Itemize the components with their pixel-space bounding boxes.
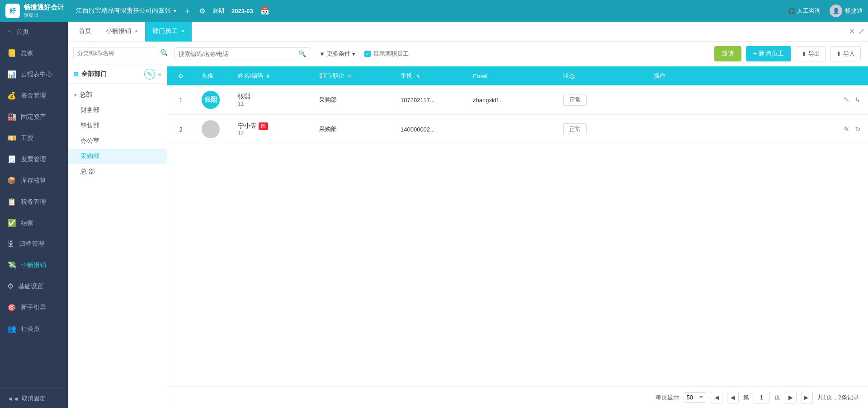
tab-home[interactable]: 首页 bbox=[71, 22, 99, 42]
sidebar-item-assets[interactable]: 🏭 固定资产 bbox=[0, 106, 68, 127]
dept-search-area: 🔍 bbox=[68, 42, 167, 65]
row1-avatar: 张熙 bbox=[202, 91, 220, 109]
tab-expense-close-icon[interactable]: × bbox=[135, 28, 138, 34]
col-name[interactable]: 姓名/编码 ⇅ bbox=[231, 66, 312, 85]
dept-tree-item-office[interactable]: 办公室 bbox=[68, 133, 167, 149]
dept-tree-item-sales[interactable]: 销售部 bbox=[68, 118, 167, 133]
tab-employee-close-icon[interactable]: × bbox=[181, 28, 184, 34]
row2-avatar-cell bbox=[194, 115, 231, 144]
tab-home-label: 首页 bbox=[79, 27, 91, 35]
prev-page-button[interactable]: ◀ bbox=[727, 392, 739, 403]
more-conditions-button[interactable]: ▼ 更多条件 ▾ bbox=[316, 47, 359, 60]
tab-employee[interactable]: 部门员工 × bbox=[145, 22, 192, 42]
page-number-input[interactable] bbox=[754, 392, 770, 403]
row2-tag-badge: 应 bbox=[259, 122, 268, 130]
app-title: 畅捷通好会计 bbox=[24, 3, 64, 11]
next-page-button[interactable]: ▶ bbox=[785, 392, 797, 403]
dept-sort-icon: ⇅ bbox=[348, 74, 351, 79]
sidebar-item-salary-label: 工资 bbox=[21, 134, 33, 142]
company-selector[interactable]: 江西服宝精品有限责任公司内账张 ▾ bbox=[76, 7, 176, 15]
import-label: 导入 bbox=[843, 50, 855, 58]
sidebar-item-guide-label: 新手引导 bbox=[21, 304, 46, 312]
sidebar-item-expense[interactable]: 💸 小畅报销 bbox=[0, 254, 68, 276]
header-center: ＋ ⚙ 账期 2023-03 📅 bbox=[184, 5, 269, 16]
last-page-button[interactable]: ▶| bbox=[801, 392, 813, 403]
support-button[interactable]: 🎧 人工咨询 bbox=[788, 7, 821, 15]
collapse-panel-icon[interactable]: « bbox=[158, 70, 161, 78]
row2-refresh-icon[interactable]: ↻ bbox=[855, 125, 861, 133]
row1-dept: 采购部 bbox=[319, 96, 337, 103]
export-label: 导出 bbox=[808, 50, 820, 58]
row2-edit-icon[interactable]: ✎ bbox=[844, 125, 849, 133]
department-panel: 🔍 ⊞ 全部部门 ✎ « ▼ 总部 财务部 bbox=[68, 42, 167, 408]
export-button[interactable]: ⬆ 导出 bbox=[796, 46, 826, 61]
sidebar-item-settings[interactable]: ⚙ 基础设置 bbox=[0, 276, 68, 297]
logo-area: 好 畅捷通好会计 旗舰版 bbox=[5, 3, 72, 19]
invite-button[interactable]: 邀请 bbox=[714, 46, 741, 61]
dept-tree-item-purchase[interactable]: 采购部 bbox=[68, 149, 167, 164]
col-avatar: 头像 bbox=[194, 66, 231, 85]
row2-action-cell: ✎ ↻ bbox=[646, 115, 868, 144]
row1-status-badge: 正常 bbox=[563, 94, 587, 106]
settings-icon[interactable]: ⚙ bbox=[199, 7, 205, 15]
dept-tree-item-finance[interactable]: 财务部 bbox=[68, 103, 167, 118]
close-tab-icon[interactable]: ✕ bbox=[849, 27, 855, 36]
tab-expense-label: 小畅报销 bbox=[106, 27, 131, 35]
sidebar-item-tax[interactable]: 📋 税务管理 bbox=[0, 191, 68, 212]
sidebar-item-archive[interactable]: 🗄 归档管理 bbox=[0, 234, 68, 254]
col-dept[interactable]: 部门/职位 ⇅ bbox=[312, 66, 393, 85]
sidebar-item-reports[interactable]: 📊 云报表中心 bbox=[0, 64, 68, 85]
user-area[interactable]: 👤 畅捷通 bbox=[830, 5, 863, 17]
dept-search-input[interactable] bbox=[73, 47, 157, 59]
row1-email-cell: zhangxidf... bbox=[466, 85, 556, 115]
row1-email: zhangxidf... bbox=[473, 97, 503, 103]
sidebar-item-settlement[interactable]: ✅ 结账 bbox=[0, 212, 68, 234]
dept-parent-label: 总部 bbox=[80, 91, 92, 99]
dept-tree-item-hq[interactable]: 总 部 bbox=[68, 164, 167, 179]
logo-text-block: 畅捷通好会计 旗舰版 bbox=[24, 3, 64, 19]
sidebar-item-tax-label: 税务管理 bbox=[21, 198, 46, 206]
sidebar-item-partner[interactable]: 👥 社会员 bbox=[0, 318, 68, 339]
employee-search-icon[interactable]: 🔍 bbox=[298, 50, 306, 57]
home-icon: ⌂ bbox=[7, 28, 12, 36]
settings-gear-icon[interactable]: ⚙ bbox=[178, 73, 184, 80]
add-tab-button[interactable]: ＋ bbox=[184, 5, 192, 16]
sidebar-item-archive-label: 归档管理 bbox=[19, 240, 44, 248]
all-dept-label[interactable]: ⊞ 全部部门 bbox=[73, 70, 142, 78]
import-button[interactable]: ⬇ 导入 bbox=[830, 46, 861, 61]
row1-logout-icon[interactable]: ↳ bbox=[855, 96, 861, 104]
col-phone[interactable]: 手机 ⇅ bbox=[393, 66, 466, 85]
sidebar-item-funds-label: 资金管理 bbox=[21, 92, 46, 100]
show-resigned-label: 显示离职员工 bbox=[373, 50, 409, 58]
sidebar-item-home[interactable]: ⌂ 首页 bbox=[0, 22, 68, 42]
add-employee-button[interactable]: + 新增员工 bbox=[746, 46, 791, 61]
dept-tree-item-parent[interactable]: ▼ 总部 bbox=[68, 87, 167, 103]
row1-action-cell: ✎ ↳ bbox=[646, 85, 868, 115]
row1-edit-icon[interactable]: ✎ bbox=[844, 96, 849, 104]
first-page-button[interactable]: |◀ bbox=[711, 392, 722, 403]
sidebar-item-assets-label: 固定资产 bbox=[21, 113, 46, 121]
employee-search-input[interactable] bbox=[179, 51, 298, 57]
show-resigned-toggle[interactable]: ✓ 显示离职员工 bbox=[364, 50, 409, 58]
employee-table-container: ⚙ 头像 姓名/编码 ⇅ 部门/职位 bbox=[167, 66, 868, 386]
funds-icon: 💰 bbox=[7, 91, 16, 100]
expand-tab-icon[interactable]: ⤢ bbox=[859, 27, 864, 36]
edit-dept-button[interactable]: ✎ bbox=[144, 69, 155, 80]
more-conditions-label: 更多条件 bbox=[327, 50, 350, 58]
sidebar-item-ledger[interactable]: 📒 总账 bbox=[0, 42, 68, 64]
sidebar-item-invoice[interactable]: 🧾 发票管理 bbox=[0, 149, 68, 170]
unpin-button[interactable]: ◄◄ 取消固定 bbox=[0, 389, 68, 408]
sidebar-item-guide[interactable]: 🎯 新手引导 bbox=[0, 297, 68, 318]
sidebar-item-inventory[interactable]: 📦 库存核算 bbox=[0, 170, 68, 191]
sidebar-item-funds[interactable]: 💰 资金管理 bbox=[0, 85, 68, 106]
tab-bar-controls: ✕ ⤢ bbox=[849, 27, 864, 36]
dept-search-icon[interactable]: 🔍 bbox=[160, 49, 167, 57]
sidebar-item-salary[interactable]: 💴 工资 bbox=[0, 127, 68, 149]
user-name: 畅捷通 bbox=[845, 7, 863, 15]
tab-expense[interactable]: 小畅报销 × bbox=[99, 22, 145, 42]
show-resigned-checkbox[interactable]: ✓ bbox=[364, 51, 371, 57]
calendar-icon[interactable]: 📅 bbox=[260, 7, 269, 15]
partner-icon: 👥 bbox=[7, 324, 16, 333]
page-size-select[interactable]: 50 10 20 100 bbox=[684, 392, 706, 403]
col-dept-label: 部门/职位 bbox=[319, 72, 344, 79]
